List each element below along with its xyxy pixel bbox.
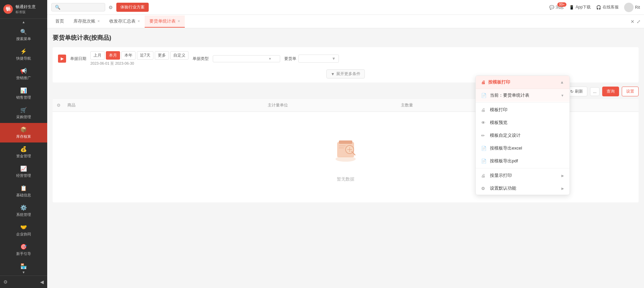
refresh-icon: ↻: [570, 89, 574, 94]
headset-icon: 🎧: [596, 5, 601, 10]
dropdown-item-template-preview[interactable]: 👁 模板预览: [476, 116, 569, 129]
sidebar-item-finance[interactable]: 💰 资金管理: [0, 142, 47, 162]
yao-huo-select[interactable]: ▼: [298, 55, 339, 63]
sidebar-item-inventory[interactable]: 📦 库存核算: [0, 123, 47, 142]
quick-nav-icon: ⚡: [20, 48, 27, 55]
user-avatar-button[interactable]: Rit: [624, 3, 640, 12]
message-button[interactable]: 💬 消息 99+: [549, 4, 564, 10]
search-box[interactable]: 🔍: [51, 3, 105, 11]
dropdown-item-template-pdf[interactable]: 📄 按模板导出pdf: [476, 155, 569, 167]
tab-close-order-stats[interactable]: ×: [178, 19, 180, 24]
main-area: 🔍 ⚙ 体验行业方案 💬 消息 99+ 📱 App下载 🎧 在线客服 Rit: [47, 0, 644, 288]
dropdown-collapse-icon[interactable]: ▲: [560, 80, 564, 85]
collapse-icon[interactable]: ◀: [40, 279, 44, 285]
sidebar-scroll-up[interactable]: ▲: [0, 19, 47, 25]
window-maximize-button[interactable]: ⤢: [637, 19, 641, 24]
logo-app-name: 畅通好生意: [16, 4, 36, 10]
online-service-button[interactable]: 🎧 在线客服: [596, 4, 619, 10]
window-close-button[interactable]: ✕: [631, 19, 635, 24]
search-input[interactable]: [62, 5, 96, 10]
sidebar-item-marketing[interactable]: 📢 营销推广: [0, 64, 47, 84]
svg-rect-7: [339, 148, 344, 148]
sales-icon: 📊: [20, 87, 27, 94]
settings-icon[interactable]: ⚙: [3, 279, 8, 285]
sidebar-footer: ⚙ ◀: [0, 276, 47, 288]
sidebar-item-sales[interactable]: 📊 销售管理: [0, 84, 47, 103]
dropdown-item-template-excel[interactable]: 📄 按模板导出excel: [476, 142, 569, 155]
order-type-select[interactable]: ▼: [213, 55, 280, 62]
chevron-right-icon: ▶: [61, 56, 64, 61]
date-btn-last-month[interactable]: 上月: [90, 51, 105, 60]
template-excel-label: 按模板导出excel: [490, 145, 522, 151]
table-settings-icon[interactable]: ⚙: [57, 103, 61, 108]
dropdown-item-template-design[interactable]: ✏ 模板自定义设计: [476, 129, 569, 142]
sidebar-item-label: 快捷导航: [16, 56, 31, 61]
tab-bar: 首页 库存批次账 × 收发存汇总表 × 要货单统计表 × ✕ ⤢: [47, 15, 644, 28]
sidebar-nav: 🔍 搜索菜单 ⚡ 快捷导航 📢 营销推广 📊 销售管理 🛒 采购管理 📦 库存核…: [0, 25, 47, 269]
date-btn-this-month[interactable]: 本月: [106, 51, 120, 60]
tab-collect-summary-label: 收发存汇总表: [109, 18, 136, 24]
basic-icon: 📋: [20, 185, 27, 191]
dropdown-item-set-default[interactable]: ⚙ 设置默认功能 ▶: [476, 182, 569, 195]
sidebar-item-guide[interactable]: 🎯 新手引导: [0, 240, 47, 260]
dropdown-item-template-print[interactable]: 🖨 模板打印: [476, 103, 569, 116]
settings-label: 设置: [626, 89, 634, 94]
sidebar-item-basic[interactable]: 📋 基础信息: [0, 182, 47, 201]
current-template-label: 当前：要货单统计表: [490, 92, 529, 98]
date-btn-7days[interactable]: 近7天: [137, 51, 153, 60]
current-template-item[interactable]: 📄 当前：要货单统计表 ▼: [476, 89, 569, 102]
sidebar-item-collab[interactable]: 🤝 企业协同: [0, 221, 47, 240]
tab-home[interactable]: 首页: [51, 15, 69, 28]
sidebar-item-appstore[interactable]: 🏪 应用中心: [0, 260, 47, 269]
dropdown-item-display-print[interactable]: 🖨 按显示打印 ▶: [476, 169, 569, 182]
date-filter-group: 上月 本月 本年 近7天 更多 自定义 2023-06-01 至 2023-06…: [90, 51, 188, 66]
svg-rect-6: [339, 146, 346, 146]
filter-expand-icon[interactable]: ▶: [58, 55, 66, 63]
printer-header-icon: 🖨: [481, 80, 486, 85]
sidebar-item-quick[interactable]: ⚡ 快捷导航: [0, 45, 47, 64]
trial-button[interactable]: 体验行业方案: [116, 3, 149, 12]
sidebar-item-label: 企业协同: [16, 232, 31, 237]
appstore-icon: 🏪: [20, 263, 27, 269]
col-unit: 主计量单位: [268, 102, 401, 108]
topbar-gear-icon[interactable]: ⚙: [109, 5, 113, 10]
template-print-label: 模板打印: [490, 107, 507, 113]
date-buttons: 上月 本月 本年 近7天 更多 自定义: [90, 51, 188, 60]
search-icon: 🔍: [55, 5, 60, 10]
date-btn-this-year[interactable]: 本年: [121, 51, 136, 60]
query-button[interactable]: 查询: [602, 87, 619, 96]
online-service-label: 在线客服: [603, 4, 619, 10]
topbar: 🔍 ⚙ 体验行业方案 💬 消息 99+ 📱 App下载 🎧 在线客服 Rit: [47, 0, 644, 15]
date-label: 单据日期: [70, 56, 86, 62]
tab-close-inventory-batch[interactable]: ×: [97, 19, 100, 24]
tab-order-stats-label: 要货单统计表: [149, 18, 176, 24]
sidebar-item-system[interactable]: ⚙️ 系统管理: [0, 201, 47, 221]
tab-collect-summary[interactable]: 收发存汇总表 ×: [105, 15, 145, 28]
order-type-select-wrap: ▼: [213, 55, 280, 62]
user-name: Rit: [635, 5, 640, 10]
refresh-label: 刷新: [575, 89, 583, 94]
display-print-label: 按显示打印: [490, 172, 558, 179]
expand-filter-button[interactable]: ▼ 展开更多条件: [326, 69, 365, 78]
app-download-button[interactable]: 📱 App下载: [569, 4, 591, 10]
tab-close-collect-summary[interactable]: ×: [138, 19, 140, 24]
chevron-right-icon4: ▶: [561, 187, 564, 190]
system-icon: ⚙️: [20, 204, 27, 211]
topbar-right: 💬 消息 99+ 📱 App下载 🎧 在线客服 Rit: [549, 3, 640, 12]
user-avatar: [624, 3, 634, 12]
more-button[interactable]: ...: [590, 87, 599, 96]
operation-icon: 📈: [20, 165, 27, 172]
sidebar-item-purchase[interactable]: 🛒 采购管理: [0, 103, 47, 123]
settings-button[interactable]: 设置: [622, 87, 639, 96]
tab-inventory-batch[interactable]: 库存批次账 ×: [69, 15, 105, 28]
sidebar-item-operation[interactable]: 📈 经营管理: [0, 162, 47, 182]
design-icon: ✏: [481, 133, 487, 138]
sidebar-item-label: 搜索菜单: [16, 36, 31, 41]
search-menu-icon: 🔍: [20, 29, 27, 35]
sidebar-item-search[interactable]: 🔍 搜索菜单: [0, 25, 47, 45]
date-btn-custom[interactable]: 自定义: [170, 51, 188, 60]
set-default-icon: ⚙: [481, 186, 487, 191]
date-btn-more[interactable]: 更多: [155, 51, 169, 60]
tab-order-stats[interactable]: 要货单统计表 ×: [145, 15, 185, 28]
sidebar-scroll-down[interactable]: ▼: [0, 269, 47, 276]
